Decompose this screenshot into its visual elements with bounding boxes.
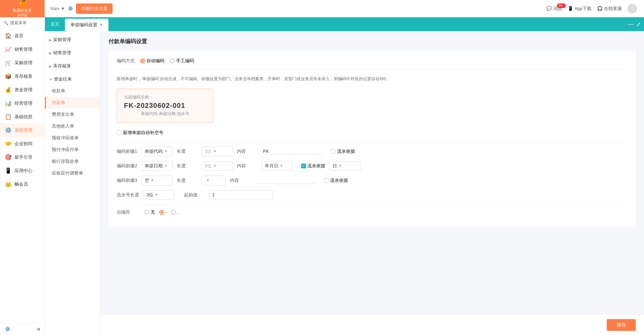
sidebar-item-label: 新手引导: [15, 154, 32, 160]
top-header: Nare ▼ ⚙️ 体验行业方案 💬 消息 99+ 📱 App下载 🎧 在线客服: [45, 0, 644, 17]
chevron-down-icon: ▼: [61, 6, 65, 11]
app-download-btn[interactable]: 📱 App下载: [568, 6, 592, 12]
prefix1-length-select[interactable]: 2位 ▼: [202, 147, 233, 156]
prefix1-stream-checkbox[interactable]: 流水依据: [331, 148, 355, 155]
sep-dash-label: -: [165, 210, 167, 215]
guide-icon: 🎯: [5, 154, 12, 160]
prefix2-content-select[interactable]: 年月日 ▼: [262, 161, 293, 171]
sub-item-ar-adjustment[interactable]: 应收应付调整单: [45, 167, 100, 179]
sub-item-prepay-payment[interactable]: 预付冲应付单: [45, 144, 100, 156]
sidebar-item-enterprise[interactable]: 🤝 企业协同: [0, 137, 45, 150]
tab-bar-actions: — ⤢: [628, 21, 644, 28]
sep-dash-radio[interactable]: -: [159, 210, 167, 215]
manual-encode-radio[interactable]: 手工编码: [170, 58, 194, 64]
separator-row: 分隔符 无 - .: [117, 209, 627, 215]
search-icon: 🔍: [3, 21, 9, 26]
company-selector[interactable]: Nare ▼: [50, 6, 65, 11]
prefix3-select-value: 空: [145, 177, 149, 184]
sidebar-item-inventory[interactable]: 📦 库存核算: [0, 69, 45, 83]
online-service-btn[interactable]: 🎧 在线客服: [597, 6, 622, 12]
auto-encode-radio-circle: [140, 58, 145, 63]
tab-bar: 首页 单据编码设置 ✕ — ⤢: [45, 17, 644, 31]
prefix3-select[interactable]: 空 ▼: [142, 176, 173, 185]
start-value-input[interactable]: [209, 190, 273, 199]
app-logo: 🍊 畅通好生意 插件版: [0, 0, 45, 17]
settings-card: 编码方式 自动编码 手工编码: [108, 51, 636, 227]
sidebar-item-app-center[interactable]: 📱 应用中心: [0, 164, 45, 177]
auto-encode-radio[interactable]: 自动编码: [140, 58, 164, 64]
prefix1-select[interactable]: 单据代码 ▼: [142, 147, 173, 156]
company-name: Nare: [50, 6, 59, 11]
basic-icon: 📋: [5, 113, 12, 120]
sub-item-payment[interactable]: 付款单: [45, 97, 100, 109]
gear-icon[interactable]: ⚙️: [68, 6, 73, 11]
save-button[interactable]: 保存: [607, 319, 636, 331]
sub-item-other-income[interactable]: 其他收入单: [45, 120, 100, 132]
prefix3-length-select[interactable]: ▼: [202, 176, 226, 185]
chevron-down-icon: ▼: [206, 178, 210, 182]
sep-dot-radio[interactable]: .: [171, 210, 179, 215]
prefix1-length-label: 长度: [177, 148, 198, 155]
sub-item-prepay-receipt[interactable]: 预收冲应收单: [45, 132, 100, 144]
tab-serial-settings[interactable]: 单据编码设置 ✕: [65, 19, 108, 31]
stream-length-select[interactable]: 3位 ▼: [143, 190, 174, 200]
sub-group-sales: ▶ 销售管理: [45, 47, 100, 59]
sidebar-item-guide[interactable]: 🎯 新手引导: [0, 150, 45, 164]
prefix3-label: 编码前缀3: [117, 177, 137, 184]
sub-item-receipt[interactable]: 收款单: [45, 85, 100, 97]
minimize-icon[interactable]: —: [628, 21, 633, 27]
collapse-icon[interactable]: ◀: [36, 326, 40, 332]
experience-btn[interactable]: 体验行业方案: [76, 3, 113, 14]
prefix3-row: 编码前缀3 空 ▼ 长度 ▼ 内容: [117, 176, 627, 185]
prefix3-stream-checkbox[interactable]: 流水依据: [324, 177, 348, 184]
tab-close-icon[interactable]: ✕: [99, 22, 103, 27]
prefix1-row: 编码前缀1 单据代码 ▼ 长度 2位 ▼ 内容: [117, 147, 627, 156]
bottom-bar: 保存: [100, 314, 644, 335]
avatar: [627, 4, 637, 13]
prefix1-content-input[interactable]: [262, 148, 323, 155]
sub-group-purchase-title[interactable]: ▶ 采购管理: [45, 34, 100, 46]
stream-length-label: 流水号长度: [117, 192, 139, 198]
prefix2-length-label: 长度: [177, 163, 198, 169]
message-btn[interactable]: 💬 消息 99+: [546, 6, 562, 12]
settings-icon[interactable]: ⚙️: [5, 326, 10, 332]
encoding-method-label: 编码方式: [117, 58, 135, 64]
sidebar-item-member[interactable]: 👑 畅会员: [0, 177, 45, 191]
search-menu[interactable]: 🔍 搜索菜单: [0, 17, 45, 29]
sub-item-bank-deposit[interactable]: 银行存取款单: [45, 156, 100, 167]
sidebar-item-finance[interactable]: 💰 资金管理: [0, 83, 45, 96]
tab-home[interactable]: 首页: [45, 17, 65, 31]
sidebar-item-label: 库存核算: [15, 73, 32, 80]
sidebar-item-operations[interactable]: 📊 经营管理: [0, 96, 45, 110]
prefix2-select[interactable]: 单据日期 ▼: [142, 161, 173, 171]
sidebar-item-home[interactable]: 🏠 首页: [0, 29, 45, 43]
sub-group-inventory-title[interactable]: ▶ 库存核算: [45, 60, 100, 72]
system-icon: ⚙️: [5, 127, 12, 133]
prefix1-length-value: 2位: [205, 148, 212, 155]
sidebar-item-label: 经营管理: [15, 100, 32, 106]
user-profile[interactable]: [627, 4, 638, 13]
enterprise-icon: 🤝: [5, 140, 12, 147]
maximize-icon[interactable]: ⤢: [636, 21, 641, 28]
prefix2-length-select[interactable]: 8位 ▼: [202, 161, 233, 171]
sidebar-footer: ⚙️ ◀: [0, 323, 45, 335]
chevron-down-icon: ▼: [164, 164, 167, 168]
prefix3-content-input[interactable]: [255, 177, 316, 184]
sidebar-item-purchase[interactable]: 🛒 采购管理: [0, 56, 45, 69]
sep-none-radio[interactable]: 无: [144, 209, 155, 215]
sub-group-fund-title[interactable]: ▼ 资金往来: [45, 73, 100, 85]
sidebar-item-basic[interactable]: 📋 基础信息: [0, 110, 45, 123]
sub-group-sales-title[interactable]: ▶ 销售管理: [45, 47, 100, 59]
sidebar-item-label: 企业协同: [15, 141, 32, 147]
prefix2-content-label: 内容: [237, 163, 258, 169]
logo-text: 畅通好生意: [13, 8, 32, 13]
auto-fill-checkbox[interactable]: 新增单据自动补空号: [117, 130, 163, 136]
prefix2-stream-period-select[interactable]: 日 ▼: [329, 161, 361, 171]
manual-encode-label: 手工编码: [176, 58, 194, 64]
sub-item-expense[interactable]: 费用支出单: [45, 109, 100, 120]
chevron-down-icon: ▼: [151, 178, 154, 182]
sidebar-item-system[interactable]: ⚙️ 系统管理: [0, 123, 45, 137]
sidebar-item-sales[interactable]: 📈 销售管理: [0, 43, 45, 56]
header-left: Nare ▼ ⚙️ 体验行业方案: [50, 3, 113, 14]
prefix2-stream-checkbox[interactable]: ✓ 流水依据: [301, 163, 325, 169]
